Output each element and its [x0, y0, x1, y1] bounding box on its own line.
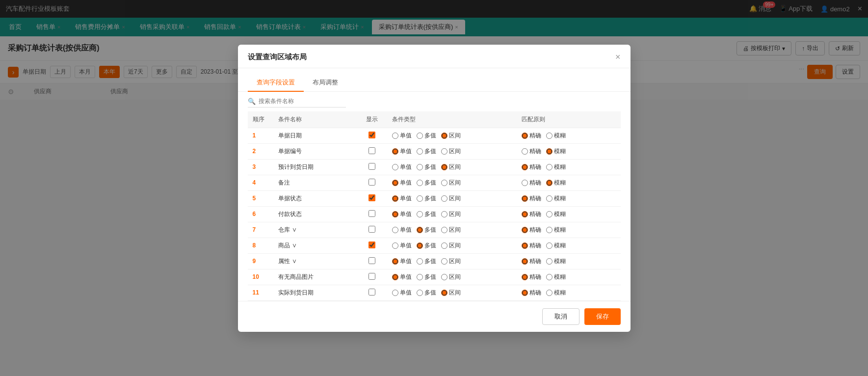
- dialog-header: 设置查询区域布局 ×: [238, 45, 631, 68]
- tab-query-fields[interactable]: 查询字段设置: [248, 74, 304, 92]
- search-box: 🔍: [248, 98, 346, 101]
- dialog-tabs: 查询字段设置 布局调整: [238, 68, 631, 92]
- search-input[interactable]: [259, 98, 337, 100]
- dialog-close-button[interactable]: ×: [615, 53, 621, 61]
- search-icon: 🔍: [248, 98, 256, 101]
- dialog-title: 设置查询区域布局: [248, 53, 307, 62]
- tab-layout-adjust[interactable]: 布局调整: [304, 74, 347, 92]
- settings-dialog: 设置查询区域布局 × 查询字段设置 布局调整 🔍 顺序: [238, 45, 631, 101]
- dialog-search-area: 🔍: [238, 92, 631, 101]
- dialog-overlay: 设置查询区域布局 × 查询字段设置 布局调整 🔍 顺序: [0, 0, 868, 100]
